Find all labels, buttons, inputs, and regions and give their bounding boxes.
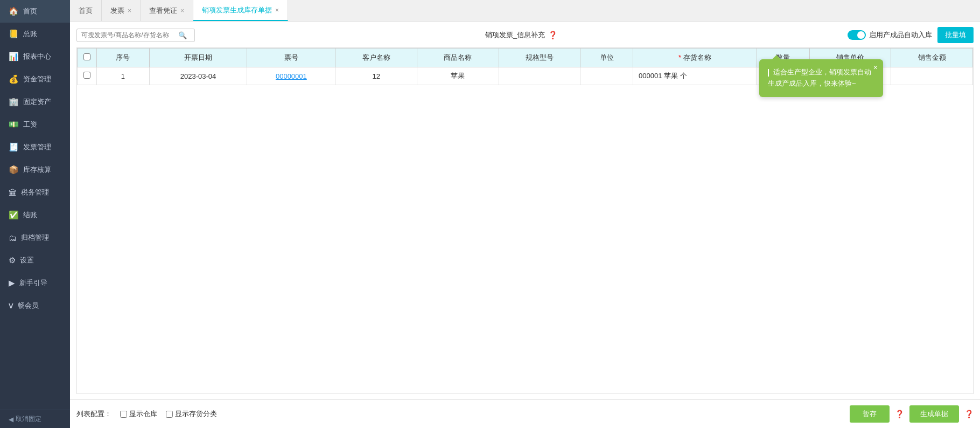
auto-import-toggle[interactable] bbox=[848, 30, 866, 40]
tab-home[interactable]: 首页 bbox=[70, 0, 102, 21]
row-unit bbox=[580, 67, 633, 85]
generate-help-icon[interactable]: ❓ bbox=[964, 410, 974, 418]
sidebar-item-tax[interactable]: 🏛 税务管理 bbox=[0, 181, 70, 204]
toolbar: 🔍 销项发票_信息补充 ❓ 启用产成品自动入库 批量填 bbox=[76, 27, 974, 43]
select-all-checkbox[interactable] bbox=[83, 53, 90, 60]
sidebar-item-ledger-label: 总账 bbox=[23, 29, 37, 39]
bottom-left: 列表配置： 显示仓库 显示存货分类 bbox=[76, 409, 217, 419]
sidebar-item-member[interactable]: V 畅会员 bbox=[0, 294, 70, 317]
main-content: 首页 发票 × 查看凭证 × 销项发票生成库存单据 × 🔍 销项发票_信息补充 bbox=[70, 0, 980, 428]
tooltip-popup: 适合生产型企业，销项发票自动生成产成品入库，快来体验~ × bbox=[759, 59, 883, 97]
tab-invoice[interactable]: 发票 × bbox=[102, 0, 141, 21]
tooltip-close-button[interactable]: × bbox=[873, 64, 878, 71]
row-date: 2023-03-04 bbox=[149, 67, 247, 85]
sidebar-item-ledger[interactable]: 📒 总账 bbox=[0, 23, 70, 45]
toggle-wrap: 启用产成品自动入库 bbox=[848, 30, 932, 40]
sidebar-item-settings[interactable]: ⚙ 设置 bbox=[0, 249, 70, 272]
funds-icon: 💰 bbox=[9, 74, 19, 84]
show-warehouse-text: 显示仓库 bbox=[129, 409, 157, 419]
guide-icon: ▶ bbox=[9, 278, 15, 288]
bottom-bar: 列表配置： 显示仓库 显示存货分类 暂存 ❓ 生成单据 ❓ bbox=[70, 399, 980, 428]
sidebar-item-assets[interactable]: 🏢 固定资产 bbox=[0, 91, 70, 113]
tooltip-text: 适合生产型企业，销项发票自动生成产成品入库，快来体验~ bbox=[768, 68, 871, 87]
config-label: 列表配置： bbox=[76, 409, 111, 419]
row-amount bbox=[891, 67, 973, 85]
home-icon: 🏠 bbox=[9, 6, 19, 16]
row-spec bbox=[499, 67, 580, 85]
sidebar-item-guide-label: 新手引导 bbox=[19, 278, 47, 288]
sidebar-item-tax-label: 税务管理 bbox=[21, 188, 49, 197]
info-help-icon[interactable]: ❓ bbox=[548, 31, 557, 39]
sidebar-item-invoice-mgmt[interactable]: 🧾 发票管理 bbox=[0, 136, 70, 158]
sidebar-item-member-label: 畅会员 bbox=[18, 301, 39, 310]
row-goods: 苹果 bbox=[417, 67, 499, 85]
data-table-wrap: 序号 开票日期 票号 客户名称 商品名称 规格型号 单位 存货名称 数量 销售单… bbox=[76, 47, 974, 394]
batch-fill-button[interactable]: 批量填 bbox=[937, 27, 974, 43]
th-date: 开票日期 bbox=[149, 49, 247, 67]
sidebar-item-home-label: 首页 bbox=[23, 6, 37, 16]
search-input[interactable] bbox=[81, 31, 178, 39]
bottom-right: 暂存 ❓ 生成单据 ❓ bbox=[850, 405, 974, 423]
row-stock-name[interactable]: 000001 苹果 个 bbox=[633, 67, 757, 85]
sidebar-item-archive[interactable]: 🗂 归档管理 bbox=[0, 226, 70, 249]
sidebar-item-guide[interactable]: ▶ 新手引导 bbox=[0, 272, 70, 294]
toolbar-left: 🔍 bbox=[76, 29, 195, 42]
show-warehouse-label[interactable]: 显示仓库 bbox=[120, 409, 157, 419]
tab-stock-form[interactable]: 销项发票生成库存单据 × bbox=[193, 0, 288, 21]
cancel-fixed-label: 取消固定 bbox=[16, 415, 41, 424]
tab-invoice-label: 发票 bbox=[110, 6, 124, 16]
save-help-icon[interactable]: ❓ bbox=[895, 410, 904, 418]
sidebar-item-payroll[interactable]: 💵 工资 bbox=[0, 113, 70, 136]
tab-home-label: 首页 bbox=[79, 6, 93, 16]
tab-stock-form-close[interactable]: × bbox=[275, 6, 279, 14]
th-stock-name: 存货名称 bbox=[633, 49, 757, 67]
member-icon: V bbox=[9, 302, 13, 310]
sidebar-item-funds-label: 资金管理 bbox=[23, 74, 51, 84]
tax-icon: 🏛 bbox=[9, 188, 17, 197]
sidebar-item-home[interactable]: 🏠 首页 bbox=[0, 0, 70, 23]
sidebar-item-reports-label: 报表中心 bbox=[23, 52, 51, 61]
reports-icon: 📊 bbox=[9, 52, 19, 61]
generate-button[interactable]: 生成单据 bbox=[909, 405, 959, 423]
th-checkbox bbox=[78, 49, 97, 67]
sidebar-item-funds[interactable]: 💰 资金管理 bbox=[0, 68, 70, 91]
tab-voucher-label: 查看凭证 bbox=[149, 6, 177, 16]
show-category-checkbox[interactable] bbox=[166, 411, 173, 418]
row-checkbox-cell bbox=[78, 67, 97, 85]
show-category-label[interactable]: 显示存货分类 bbox=[166, 409, 217, 419]
sidebar-item-inventory-label: 库存核算 bbox=[23, 165, 51, 175]
cancel-fixed-button[interactable]: ◀ 取消固定 bbox=[0, 410, 70, 428]
th-seq: 序号 bbox=[97, 49, 150, 67]
sidebar-item-settlement[interactable]: ✅ 结账 bbox=[0, 204, 70, 226]
sidebar-item-assets-label: 固定资产 bbox=[23, 97, 51, 107]
sidebar: 🏠 首页 📒 总账 📊 报表中心 💰 资金管理 🏢 固定资产 💵 工资 🧾 发票… bbox=[0, 0, 70, 428]
tab-invoice-close[interactable]: × bbox=[128, 7, 131, 15]
toggle-label: 启用产成品自动入库 bbox=[869, 30, 932, 40]
sidebar-item-reports[interactable]: 📊 报表中心 bbox=[0, 45, 70, 68]
invoice-mgmt-icon: 🧾 bbox=[9, 142, 19, 152]
row-checkbox[interactable] bbox=[83, 72, 90, 79]
sidebar-item-payroll-label: 工资 bbox=[23, 120, 37, 129]
row-number[interactable]: 00000001 bbox=[247, 67, 335, 85]
ledger-icon: 📒 bbox=[9, 29, 19, 39]
settlement-icon: ✅ bbox=[9, 210, 19, 220]
save-button[interactable]: 暂存 bbox=[850, 405, 890, 423]
payroll-icon: 💵 bbox=[9, 120, 19, 129]
sidebar-item-inventory[interactable]: 📦 库存核算 bbox=[0, 158, 70, 181]
th-customer: 客户名称 bbox=[335, 49, 417, 67]
toolbar-right: 启用产成品自动入库 批量填 bbox=[848, 27, 974, 43]
tab-voucher-close[interactable]: × bbox=[180, 7, 184, 15]
th-amount: 销售金额 bbox=[891, 49, 973, 67]
show-category-text: 显示存货分类 bbox=[175, 409, 217, 419]
search-box[interactable]: 🔍 bbox=[76, 29, 195, 42]
unpin-icon: ◀ bbox=[9, 416, 13, 423]
tab-voucher[interactable]: 查看凭证 × bbox=[141, 0, 193, 21]
inventory-icon: 📦 bbox=[9, 165, 19, 175]
show-warehouse-checkbox[interactable] bbox=[120, 411, 127, 418]
th-goods: 商品名称 bbox=[417, 49, 499, 67]
row-seq: 1 bbox=[97, 67, 150, 85]
row-customer: 12 bbox=[335, 67, 417, 85]
info-label: 销项发票_信息补充 bbox=[485, 30, 545, 40]
search-icon[interactable]: 🔍 bbox=[178, 31, 187, 39]
th-spec: 规格型号 bbox=[499, 49, 580, 67]
